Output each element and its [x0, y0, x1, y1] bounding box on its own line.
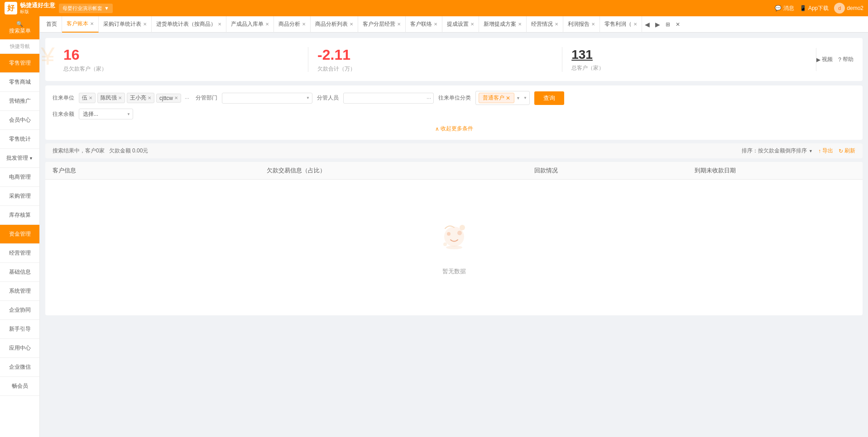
filter-category-tag: 普通客户 ✕ [479, 93, 514, 103]
col-debt-info: 欠款交易信息（占比） [267, 166, 534, 175]
sidebar-item-purchase-mgmt[interactable]: 采购管理 [0, 187, 39, 206]
category-dropdown-arrow[interactable]: ▼ [516, 96, 520, 100]
tab-close-new-commission[interactable]: ✕ [518, 22, 522, 27]
filter-remain-select[interactable]: 选择... [79, 109, 133, 119]
tab-close-product-list[interactable]: ✕ [350, 22, 353, 27]
col-repayment: 回款情况 [534, 166, 695, 175]
tab-retail-profit[interactable]: 零售利润（ ✕ [600, 16, 642, 33]
sidebar-item-operations-mgmt[interactable]: 经营管理 [0, 244, 39, 263]
sidebar-item-chang-member[interactable]: 畅会员 [0, 377, 39, 396]
tab-close-commission[interactable]: ✕ [470, 22, 474, 27]
download-icon: 📱 [800, 5, 806, 11]
tab-close-product-analysis[interactable]: ✕ [302, 22, 306, 27]
sidebar-item-basic-info[interactable]: 基础信息 [0, 263, 39, 282]
top-bar: 好 畅捷通好生意 标版 母婴行业演示帐套 ▼ 💬 消息 📱 App下载 d [0, 0, 868, 16]
tab-goods-inbound-stats[interactable]: 进货单统计表（按商品） ✕ [152, 16, 226, 33]
stat-value-debt-customers: 16 [63, 46, 80, 63]
close-cat-tag[interactable]: ✕ [506, 95, 510, 101]
sidebar-item-wechat-enterprise[interactable]: 企业微信 [0, 358, 39, 377]
export-button[interactable]: ↑ 导出 [818, 147, 833, 155]
tab-finished-goods-inbound[interactable]: 产成品入库单 ✕ [226, 16, 274, 33]
sidebar-item-ecommerce[interactable]: 电商管理 [0, 168, 39, 187]
tab-close-customer-ledger[interactable]: ✕ [90, 21, 94, 26]
page-content: ¥ 16 总欠款客户（家） -2.11 欠款合计（万） 131 总客户（家） [40, 33, 868, 437]
filter-tag-wang: 王小亮 ✕ [127, 93, 154, 103]
sidebar-item-inventory[interactable]: 库存核算 [0, 206, 39, 225]
top-bar-left: 好 畅捷通好生意 标版 母婴行业演示帐套 ▼ [5, 2, 113, 14]
refresh-button[interactable]: ↻ 刷新 [839, 147, 855, 155]
account-dropdown[interactable]: 母婴行业演示帐套 ▼ [59, 4, 113, 13]
content-area: 首页 客户账本 ✕ 采购订单统计表 ✕ 进货单统计表（按商品） ✕ 产成品入库单… [40, 16, 868, 437]
sidebar-item-marketing[interactable]: 营销推广 [0, 92, 39, 111]
sidebar-item-member-center[interactable]: 会员中心 [0, 111, 39, 130]
tab-business-status[interactable]: 经营情况 ✕ [527, 16, 563, 33]
tab-close-profit[interactable]: ✕ [591, 22, 595, 27]
filter-remain-wrap: 选择... [79, 109, 133, 119]
sidebar-item-beginner-guide[interactable]: 新手引导 [0, 320, 39, 339]
col-due-date: 到期未收款日期 [695, 166, 855, 175]
user-menu[interactable]: d demo2 [834, 3, 863, 14]
app-download-btn[interactable]: 📱 App下载 [800, 5, 829, 12]
col-customer-info: 客户信息 [53, 166, 267, 175]
tab-customer-ledger[interactable]: 客户账本 ✕ [62, 16, 99, 33]
sidebar-item-app-center[interactable]: 应用中心 [0, 339, 39, 358]
close-tag-cjttcw[interactable]: ✕ [174, 95, 178, 100]
tab-close-finished-goods[interactable]: ✕ [265, 22, 269, 27]
play-icon: ▶ [816, 57, 820, 63]
sidebar-item-retail-mall[interactable]: 零售商城 [0, 73, 39, 92]
tab-close-inbound[interactable]: ✕ [218, 22, 221, 27]
sidebar-fast-nav[interactable]: 快捷导航 [0, 39, 39, 53]
filter-area: 往来单位 伍 ✕ 陈民强 ✕ 王小亮 [45, 86, 863, 140]
close-tag-chen[interactable]: ✕ [118, 95, 122, 100]
tab-new-commission-plan[interactable]: 新增提成方案 ✕ [479, 16, 527, 33]
close-tag-wu[interactable]: ✕ [89, 95, 92, 100]
filter-tag-more[interactable]: ··· [183, 94, 191, 102]
table-header: 客户信息 欠款交易信息（占比） 回款情况 到期未收款日期 [45, 162, 863, 180]
tab-nav-right[interactable]: ▶ [652, 21, 663, 28]
help-btn[interactable]: ? 帮助 [838, 56, 854, 63]
tab-close-customer-tier[interactable]: ✕ [397, 22, 401, 27]
message-btn[interactable]: 💬 消息 [775, 5, 794, 12]
tab-commission-settings[interactable]: 提成设置 ✕ [442, 16, 479, 33]
tab-close-retail-profit[interactable]: ✕ [633, 22, 637, 27]
tab-nav-left[interactable]: ◀ [642, 21, 652, 28]
stats-row: ¥ 16 总欠款客户（家） -2.11 欠款合计（万） 131 总客户（家） [45, 38, 863, 81]
tab-product-analysis[interactable]: 商品分析 ✕ [274, 16, 311, 33]
sort-label: 排序：按欠款金额倒序排序 [742, 147, 807, 155]
tab-home[interactable]: 首页 [42, 16, 62, 33]
collapse-icon: ∧ [435, 126, 439, 132]
sidebar-search[interactable]: 🔍 搜索菜单 [0, 16, 39, 39]
stat-total-debt-amount: -2.11 欠款合计（万） [308, 43, 562, 76]
filter-label-unit: 往来单位 [53, 94, 74, 102]
close-tag-wang[interactable]: ✕ [148, 95, 151, 100]
tab-close-business[interactable]: ✕ [555, 22, 558, 27]
tab-customer-tier[interactable]: 客户分层经营 ✕ [358, 16, 406, 33]
sidebar-item-retail-mgmt[interactable]: 零售管理 [0, 54, 39, 73]
tab-product-analysis-list[interactable]: 商品分析列表 ✕ [311, 16, 358, 33]
tab-close-customer-contact[interactable]: ✕ [434, 22, 437, 27]
filter-label-manager: 分管人员 [317, 94, 339, 102]
sort-selector[interactable]: 排序：按欠款金额倒序排序 ▼ [742, 147, 813, 155]
tab-profit-report[interactable]: 利润报告 ✕ [563, 16, 600, 33]
message-icon: 💬 [775, 5, 782, 11]
video-btn[interactable]: ▶ 视频 [816, 56, 833, 63]
sidebar-item-finance[interactable]: 资金管理 [0, 225, 39, 244]
query-button[interactable]: 查询 [534, 91, 564, 105]
tab-expand[interactable]: ⊞ [663, 21, 673, 28]
empty-text: 暂无数据 [442, 267, 466, 276]
stat-value-debt-amount: -2.11 [317, 46, 350, 63]
filter-label-remain: 往来余额 [53, 110, 74, 118]
tab-close-purchase-order[interactable]: ✕ [143, 22, 147, 27]
sidebar-item-enterprise-collab[interactable]: 企业协同 [0, 301, 39, 320]
logo-area: 好 畅捷通好生意 标版 [5, 2, 55, 14]
sidebar-item-system-mgmt[interactable]: 系统管理 [0, 282, 39, 301]
toggle-more-conditions[interactable]: ∧ 收起更多条件 [53, 123, 855, 134]
filter-tag-wu: 伍 ✕ [79, 93, 96, 103]
filter-manager-input[interactable] [343, 93, 434, 104]
sidebar-item-retail-stats[interactable]: 零售统计 [0, 130, 39, 149]
tab-close-all[interactable]: ✕ [673, 21, 683, 28]
sidebar-item-wholesale-mgmt[interactable]: 批发管理 ▼ [0, 149, 39, 168]
filter-dept-select[interactable] [222, 93, 312, 104]
tab-purchase-order-stats[interactable]: 采购订单统计表 ✕ [99, 16, 152, 33]
tab-customer-contact[interactable]: 客户联络 ✕ [406, 16, 442, 33]
